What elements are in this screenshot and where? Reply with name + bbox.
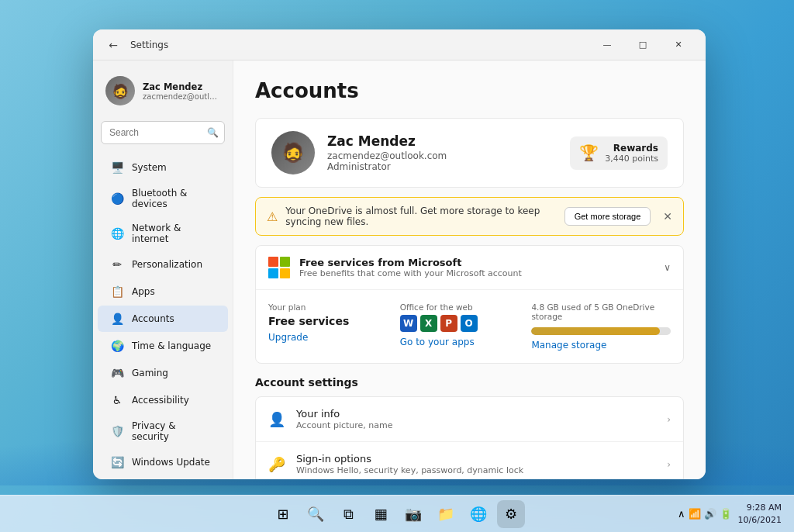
apps-icon: 📋 (110, 285, 124, 299)
chevron-down-icon: ∨ (664, 262, 671, 273)
warning-text: Your OneDrive is almost full. Get more s… (285, 206, 556, 227)
microsoft-logo (268, 257, 290, 278)
upgrade-link[interactable]: Upgrade (268, 332, 385, 343)
sidebar-item-label: Apps (132, 286, 155, 297)
sidebar-item-bluetooth[interactable]: 🔵 Bluetooth & devices (98, 181, 228, 216)
your-info-icon: 👤 (268, 411, 285, 427)
user-avatar: 🧔 (271, 131, 315, 174)
time-icon: 🌍 (110, 339, 124, 353)
search-icon[interactable]: 🔍 (207, 127, 219, 138)
sidebar-profile[interactable]: 🧔 Zac Mendez zacmendez@outlook.com (93, 67, 233, 115)
volume-icon[interactable]: 🔊 (704, 508, 716, 520)
services-header[interactable]: Free services from Microsoft Free benefi… (256, 246, 683, 290)
user-role: Administrator (327, 161, 558, 172)
services-title: Free services from Microsoft (299, 257, 654, 268)
task-view-button[interactable]: ⧉ (334, 500, 362, 528)
sidebar-item-privacy[interactable]: 🛡️ Privacy & security (98, 414, 228, 448)
gaming-icon: 🎮 (110, 366, 124, 380)
sidebar-item-apps[interactable]: 📋 Apps (98, 278, 228, 305)
search-container: 🔍 (101, 121, 225, 144)
sign-in-text: Sign-in options Windows Hello, security … (296, 453, 656, 475)
office-w-icon: W (400, 315, 417, 332)
sidebar-item-personalization[interactable]: ✏️ Personalization (98, 251, 228, 278)
get-more-storage-button[interactable]: Get more storage (564, 207, 651, 226)
widgets-button[interactable]: ▦ (367, 500, 395, 528)
account-settings-title: Account settings (255, 376, 684, 389)
office-p-icon: P (440, 315, 457, 332)
sidebar-item-label: Bluetooth & devices (132, 188, 216, 209)
personalization-icon: ✏️ (110, 257, 124, 271)
search-input[interactable] (101, 121, 225, 144)
sidebar: 🧔 Zac Mendez zacmendez@outlook.com 🔍 🖥️ … (93, 60, 233, 479)
window-title: Settings (130, 40, 168, 50)
your-info-text: Your info Account picture, name (296, 408, 656, 430)
office-label: Office for the web (400, 302, 516, 312)
main-content: Accounts 🧔 Zac Mendez zacmendez@outlook.… (233, 60, 706, 479)
onedrive-warning: ⚠️ Your OneDrive is almost full. Get mor… (255, 197, 684, 236)
sign-in-subtitle: Windows Hello, security key, password, d… (296, 465, 656, 475)
accounts-icon: 👤 (110, 312, 124, 326)
manage-storage-link[interactable]: Manage storage (531, 340, 671, 351)
plan-column: Your plan Free services Upgrade (268, 302, 385, 351)
sidebar-item-update[interactable]: 🔄 Windows Update (98, 449, 228, 475)
rewards-badge: 🏆 Rewards 3,440 points (570, 136, 668, 170)
sidebar-item-gaming[interactable]: 🎮 Gaming (98, 360, 228, 386)
storage-bar-background (531, 327, 671, 335)
network-icon: 🌐 (110, 226, 124, 240)
taskbar-right: ∧ 📶 🔊 🔋 9:28 AM 10/6/2021 (678, 502, 782, 526)
bluetooth-icon: 🔵 (110, 192, 124, 206)
battery-icon[interactable]: 🔋 (720, 508, 732, 520)
settings-item-sign-in[interactable]: 🔑 Sign-in options Windows Hello, securit… (256, 442, 683, 479)
taskbar-clock[interactable]: 9:28 AM 10/6/2021 (738, 502, 782, 526)
maximize-button[interactable]: □ (625, 33, 661, 57)
close-button[interactable]: ✕ (661, 33, 696, 57)
taskbar-date-display: 10/6/2021 (738, 514, 782, 526)
sidebar-item-system[interactable]: 🖥️ System (98, 154, 228, 181)
back-button[interactable]: ← (102, 34, 124, 56)
window-controls: — □ ✕ (589, 33, 696, 57)
sidebar-item-accessibility[interactable]: ♿ Accessibility (98, 387, 228, 413)
search-taskbar-button[interactable]: 🔍 (302, 500, 330, 528)
office-column: Office for the web WXPO Go to your apps (400, 302, 516, 351)
settings-item-your-info[interactable]: 👤 Your info Account picture, name › (256, 397, 683, 442)
system-tray-icons: ∧ 📶 🔊 🔋 (678, 508, 732, 520)
sidebar-item-accounts[interactable]: 👤 Accounts (98, 306, 228, 332)
services-subtitle: Free benefits that come with your Micros… (299, 268, 654, 278)
sidebar-item-label: Windows Update (132, 457, 210, 468)
edge-button[interactable]: 🌐 (464, 500, 492, 528)
accessibility-icon: ♿ (110, 393, 124, 407)
taskbar: ⊞ 🔍 ⧉ ▦ 📷 📁 🌐 ⚙️ ∧ 📶 🔊 🔋 9:28 AM 10/6/20… (0, 495, 794, 532)
sidebar-item-label: Personalization (132, 259, 202, 270)
office-o-icon: O (461, 315, 478, 332)
office-x-icon: X (420, 315, 437, 332)
sidebar-item-label: System (132, 162, 167, 173)
explorer-button[interactable]: 📁 (432, 500, 460, 528)
close-warning-button[interactable]: ✕ (663, 210, 672, 223)
sidebar-item-label: Privacy & security (132, 420, 216, 442)
chevron-right-icon: › (667, 459, 671, 470)
user-email: zacmendez@outlook.com (327, 150, 558, 161)
user-card: 🧔 Zac Mendez zacmendez@outlook.com Admin… (255, 118, 684, 188)
profile-info: Zac Mendez zacmendez@outlook.com (143, 81, 220, 101)
storage-label: 4.8 GB used of 5 GB OneDrive storage (531, 302, 671, 321)
plan-label: Your plan (268, 302, 385, 312)
start-button[interactable]: ⊞ (269, 500, 297, 528)
sidebar-item-time[interactable]: 🌍 Time & language (98, 333, 228, 359)
teams-button[interactable]: 📷 (399, 500, 427, 528)
sidebar-item-label: Accounts (132, 313, 174, 324)
minimize-button[interactable]: — (589, 33, 625, 57)
wifi-icon[interactable]: 📶 (689, 508, 701, 520)
rewards-points: 3,440 points (605, 154, 658, 164)
system-icon: 🖥️ (110, 161, 124, 174)
taskbar-time-display: 9:28 AM (738, 502, 782, 513)
user-details: Zac Mendez zacmendez@outlook.com Adminis… (327, 133, 558, 172)
free-services-card: Free services from Microsoft Free benefi… (255, 245, 684, 364)
go-to-apps-link[interactable]: Go to your apps (400, 337, 516, 347)
sidebar-item-network[interactable]: 🌐 Network & internet (98, 216, 228, 250)
user-name: Zac Mendez (327, 133, 558, 149)
chevron-right-icon: › (667, 414, 671, 425)
settings-taskbar-button[interactable]: ⚙️ (497, 500, 525, 528)
sidebar-item-label: Network & internet (132, 223, 216, 244)
office-apps: WXPO (400, 315, 516, 332)
chevron-up-icon[interactable]: ∧ (678, 508, 685, 520)
